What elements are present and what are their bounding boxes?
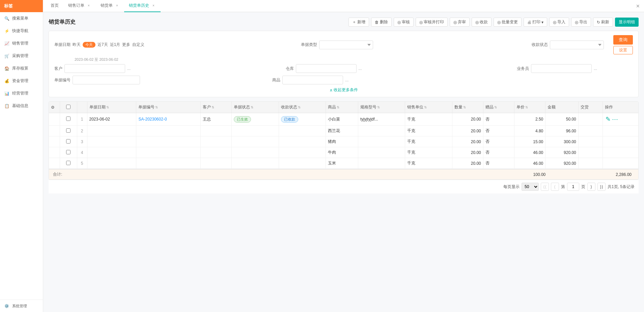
sidebar-item-finance[interactable]: 💰 资金管理 [0,75,43,87]
page-last-btn[interactable]: ⟩⟩ [597,183,606,191]
payment-select[interactable] [550,41,604,49]
customer-input[interactable] [64,64,125,73]
row-checkbox-2[interactable] [66,139,71,144]
cell-checkbox[interactable] [60,158,77,169]
cell-checkbox[interactable] [60,147,77,158]
row-checkbox-4[interactable] [66,161,71,165]
cell-checkbox[interactable] [60,126,77,136]
tab-sales-goods[interactable]: 销货单 × [96,0,124,12]
cell-orderno[interactable] [136,147,200,158]
th-date[interactable]: 单据日期 [87,102,136,113]
new-button[interactable]: ＋ 新增 [348,18,369,27]
date-yesterday[interactable]: 昨天 [73,42,81,48]
per-page-select[interactable]: 50 100 [522,183,539,191]
tab-close-sales-goods[interactable]: × [115,3,119,8]
sidebar-item-sales[interactable]: 📈 销售管理 [0,37,43,50]
page-number-input[interactable]: 1 [567,183,579,191]
th-gift[interactable]: 赠品 [483,102,514,113]
sidebar-item-search[interactable]: 🔍 搜索菜单 [0,12,43,25]
cell-date [87,136,136,147]
th-gear[interactable]: ⚙ [49,102,60,113]
cell-amount: 300.00 [545,136,579,147]
review-print-button[interactable]: ◎ 审核并打印 [416,18,448,27]
cell-goods: 猪肉 [326,136,358,147]
row-checkbox-0[interactable] [66,116,71,121]
page-next-btn[interactable]: ⟩ [587,183,595,191]
batch-change-button[interactable]: ◎ 批量变更 [494,18,522,27]
sidebar-item-inventory[interactable]: 🏠 库存核算 [0,62,43,75]
warehouse-input[interactable] [296,64,357,73]
date-custom[interactable]: 自定义 [132,42,144,48]
th-orderno[interactable]: 单据编号 [136,102,200,113]
per-page-label: 每页显示 [503,184,520,190]
sidebar-item-sysmgmt[interactable]: ⚙️ 系统管理 [0,300,43,312]
more-icon[interactable]: ⋯ [612,116,618,123]
date-today[interactable]: 今天 [83,42,95,48]
page-prev-btn[interactable]: ⟨ [551,183,559,191]
sidebar-item-operations[interactable]: 📊 经营管理 [0,87,43,100]
tab-sales-history[interactable]: 销货单历史 × [124,0,161,12]
sidebar-item-purchase[interactable]: 🛒 采购管理 [0,50,43,62]
goods-dots[interactable]: ... [345,78,348,82]
refresh-icon: ↻ [597,20,600,25]
staff-dots[interactable]: ... [594,66,597,71]
goods-input[interactable] [282,76,343,84]
abandon-button[interactable]: ◎ 弃审 [450,18,470,27]
tab-bar-close[interactable]: ✕ [635,2,641,10]
warehouse-dots[interactable]: ... [359,66,362,71]
cell-checkbox[interactable] [60,136,77,147]
set-button[interactable]: 设置 [613,46,633,54]
th-unit[interactable]: 销售单位 [405,102,452,113]
date-7days[interactable]: 近7天 [97,42,108,48]
cell-orderno[interactable] [136,158,200,169]
show-detail-button[interactable]: 显示明细 [615,18,639,27]
cell-orderno[interactable] [136,126,200,136]
customer-dots[interactable]: ... [127,66,131,71]
date-more[interactable]: 更多 [122,42,130,48]
th-customer[interactable]: 客户 [200,102,231,113]
tab-close-sales-order[interactable]: × [86,3,91,8]
date-1month[interactable]: 近1月 [110,42,120,48]
page-first-btn[interactable]: ⟨⟨ [541,183,549,191]
inventory-icon: 🏠 [4,66,9,71]
table-row: 5玉米千克20.00否46.00920.00 [49,158,638,169]
sysmgmt-icon: ⚙️ [4,303,9,309]
total-info: 共1页, 5条记录 [608,184,635,190]
delete-button[interactable]: 🗑 删除 [371,18,392,27]
filter-row-1: 单据日期 昨天 今天 近7天 近1月 更多 自定义 单据类型 收款状态 [54,35,633,54]
tab-sales-order[interactable]: 销售订单 × [63,0,96,12]
collapse-button[interactable]: ∧ 收起更多条件 [330,87,358,93]
refresh-button[interactable]: ↻ 刷新 [593,18,613,27]
type-select[interactable] [319,41,373,49]
orderno-input[interactable] [73,76,140,84]
sidebar-item-quicknav[interactable]: ⚡ 快捷导航 [0,25,43,37]
receive-button[interactable]: ◎ 收款 [472,18,492,27]
row-checkbox-3[interactable] [66,150,71,154]
th-spec[interactable]: 规格型号 [358,102,405,113]
import-button[interactable]: ◎ 导入 [549,18,569,27]
sidebar-item-basicinfo[interactable]: 📋 基础信息 [0,100,43,112]
tab-home[interactable]: 首页 [46,0,63,12]
select-all-checkbox[interactable] [66,105,71,109]
row-checkbox-1[interactable] [66,128,71,133]
query-button[interactable]: 查询 [613,35,633,45]
cell-checkbox[interactable] [60,113,77,126]
th-qty[interactable]: 数量 [452,102,483,113]
review-button[interactable]: ◎ 审核 [394,18,414,27]
th-goods[interactable]: 商品 [326,102,358,113]
th-order-status[interactable]: 单据状态 [232,102,279,113]
table-wrapper: ⚙ 单据日期 单据编号 客户 单据状态 收款状态 商品 规格型号 销售单位 数量… [49,101,639,180]
edit-icon[interactable]: ✎ [606,116,611,123]
basicinfo-icon: 📋 [4,103,9,109]
cell-orderno[interactable] [136,136,200,147]
print-icon: 🖨 [527,20,531,25]
cell-date: 2023-06-02 [87,113,136,126]
staff-input[interactable] [531,64,592,73]
th-payment-status[interactable]: 收款状态 [279,102,326,113]
cell-unit: 千克 [405,136,452,147]
export-button[interactable]: ◎ 导出 [571,18,591,27]
print-button[interactable]: 🖨 打印 ▾ [524,18,547,27]
tab-close-sales-history[interactable]: × [151,3,156,8]
cell-orderno[interactable]: SA-20230602-0 [136,113,200,126]
th-unitprice[interactable]: 单价 [514,102,545,113]
